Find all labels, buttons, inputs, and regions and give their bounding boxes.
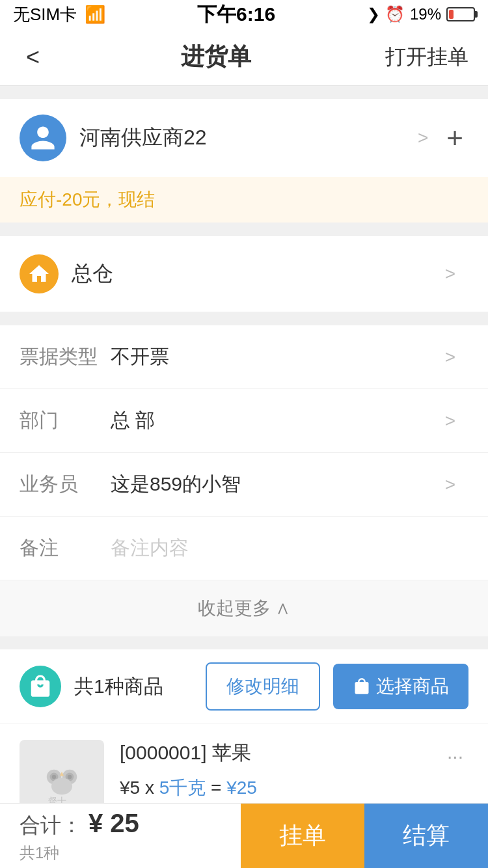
department-value: 总 部 — [111, 407, 445, 434]
checkout-button[interactable]: 结算 — [364, 804, 488, 869]
total-sub: 共1种 — [20, 843, 221, 863]
salesperson-label: 业务员 — [20, 471, 111, 498]
supplier-name: 河南供应商22 — [79, 124, 418, 152]
salesperson-row[interactable]: 业务员 这是859的小智 > — [0, 452, 488, 516]
gap-1 — [0, 86, 488, 99]
product-bag-icon — [20, 666, 61, 707]
products-header: 共1种商品 修改明细 选择商品 — [0, 649, 488, 724]
person-icon — [29, 124, 57, 152]
invoice-label: 票据类型 — [20, 344, 111, 370]
status-time: 下午6:16 — [197, 1, 275, 28]
product-equals: = — [211, 778, 226, 798]
select-product-button[interactable]: 选择商品 — [333, 664, 468, 709]
nav-bar: < 进货单 打开挂单 — [0, 29, 488, 86]
invoice-row[interactable]: 票据类型 不开票 > — [0, 325, 488, 388]
gap-4 — [0, 636, 488, 649]
svg-point-4 — [52, 775, 56, 779]
total-label: 合计： — [20, 811, 82, 840]
owl-logo: 督十 — [36, 756, 88, 808]
warehouse-svg — [27, 262, 51, 286]
supplier-chevron: > — [418, 128, 428, 148]
salesperson-chevron: > — [445, 474, 455, 495]
add-button[interactable]: + — [441, 122, 468, 154]
total-section: 合计： ¥ 25 共1种 — [0, 809, 241, 863]
location-icon: ❯ — [367, 5, 380, 23]
svg-point-5 — [68, 775, 72, 779]
bottom-bar: 合计： ¥ 25 共1种 挂单 结算 — [0, 803, 488, 868]
carrier-text: 无SIM卡 — [13, 3, 77, 26]
back-button[interactable]: < — [20, 37, 46, 77]
alarm-icon: ⏰ — [385, 5, 405, 23]
select-product-label: 选择商品 — [376, 674, 449, 699]
hang-order-button[interactable]: 挂单 — [241, 804, 364, 869]
total-main: 合计： ¥ 25 — [20, 809, 221, 840]
open-pending-button[interactable]: 打开挂单 — [385, 43, 468, 72]
supplier-row[interactable]: 河南供应商22 > + — [0, 99, 488, 177]
collapse-toggle[interactable]: 收起更多 ∧ — [0, 580, 488, 636]
svg-point-6 — [51, 778, 72, 795]
product-count: 共1种商品 — [74, 673, 193, 700]
department-label: 部门 — [20, 407, 111, 434]
warehouse-name: 总仓 — [72, 260, 445, 288]
product-unit-price: ¥5 — [120, 778, 140, 798]
battery-icon — [446, 7, 475, 21]
status-bar: 无SIM卡 📶 下午6:16 ❯ ⏰ 19% — [0, 0, 488, 29]
product-title: 苹果 — [212, 742, 251, 763]
edit-detail-button[interactable]: 修改明细 — [206, 662, 320, 711]
product-quantity: 5千克 — [159, 778, 206, 798]
remark-label: 备注 — [20, 535, 111, 562]
main-content: 河南供应商22 > + 应付-20元，现结 总仓 > 票据类型 不开票 > — [0, 86, 488, 868]
invoice-chevron: > — [445, 347, 455, 368]
total-amount: ¥ 25 — [88, 809, 139, 838]
product-more-button[interactable]: ··· — [442, 740, 468, 772]
product-multiply: x — [145, 778, 159, 798]
product-code: [0000001] — [120, 742, 206, 763]
salesperson-value: 这是859的小智 — [111, 471, 445, 498]
department-chevron: > — [445, 411, 455, 431]
gap-3 — [0, 312, 488, 325]
product-price-row: ¥5 x 5千克 = ¥25 — [120, 776, 426, 800]
page-title: 进货单 — [181, 41, 251, 73]
remark-placeholder: 备注内容 — [111, 535, 468, 562]
gap-2 — [0, 223, 488, 236]
warehouse-card: 总仓 > — [0, 236, 488, 312]
status-left: 无SIM卡 📶 — [13, 3, 105, 26]
supplier-avatar — [20, 115, 66, 161]
form-card: 票据类型 不开票 > 部门 总 部 > 业务员 这是859的小智 > 备注 备注… — [0, 325, 488, 636]
supplier-notice: 应付-20元，现结 — [0, 177, 488, 223]
select-product-icon — [353, 677, 371, 696]
invoice-value: 不开票 — [111, 344, 445, 370]
product-name: [0000001] 苹果 — [120, 740, 426, 766]
warehouse-icon — [20, 254, 59, 293]
department-row[interactable]: 部门 总 部 > — [0, 388, 488, 452]
battery-fill — [449, 10, 454, 19]
product-info: [0000001] 苹果 ¥5 x 5千克 = ¥25 — [120, 740, 426, 800]
warehouse-chevron: > — [445, 264, 455, 284]
remark-row[interactable]: 备注 备注内容 — [0, 516, 488, 580]
wifi-icon: 📶 — [85, 5, 105, 25]
supplier-card: 河南供应商22 > + 应付-20元，现结 — [0, 99, 488, 223]
status-right: ❯ ⏰ 19% — [367, 5, 475, 23]
product-total: ¥25 — [226, 778, 257, 798]
warehouse-row[interactable]: 总仓 > — [0, 236, 488, 312]
bag-svg — [28, 674, 53, 699]
battery-percent: 19% — [410, 5, 441, 23]
